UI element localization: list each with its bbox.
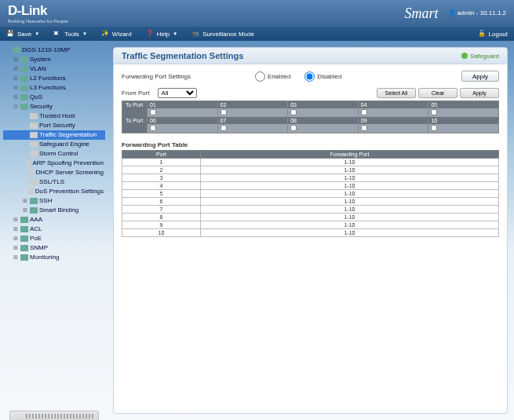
logout-button[interactable]: 🔓Logout	[478, 30, 508, 38]
table-row: 41-10	[122, 182, 499, 190]
cell-fwd: 1-10	[201, 229, 499, 237]
tree-item-l2-functions[interactable]: ⊞L2 Functions	[3, 74, 105, 83]
port-checkbox-04[interactable]	[361, 109, 367, 115]
port-checkbox-10[interactable]	[431, 125, 437, 131]
table-row: 21-10	[122, 166, 499, 174]
table-row: 11-10	[122, 159, 499, 166]
tree-item-ssl-tls[interactable]: SSL/TLS	[3, 177, 105, 187]
expand-icon[interactable]: ⊞	[13, 234, 19, 243]
tree-label: Traffic Segmentation	[39, 130, 97, 140]
tree-item-traffic-segmentation[interactable]: Traffic Segmentation	[3, 130, 105, 140]
surveillance-button[interactable]: 📹Surveillance Mode	[191, 30, 254, 38]
port-header-10: 10	[428, 117, 498, 124]
tree-item-port-security[interactable]: Port Security	[3, 121, 105, 130]
cell-fwd: 1-10	[201, 159, 499, 166]
expand-icon[interactable]: ⊞	[13, 64, 19, 74]
port-checkbox-09[interactable]	[361, 125, 367, 131]
tree-device[interactable]: DGS-1210-10MP	[3, 46, 105, 55]
tree-label: Storm Control	[39, 149, 78, 159]
tree-item-aaa[interactable]: ⊞AAA	[3, 215, 105, 225]
folder-icon	[30, 207, 38, 214]
tree-item-arp-spoofing-prevention[interactable]: ARP Spoofing Prevention	[3, 159, 105, 168]
table-row: 61-10	[122, 198, 499, 206]
panel-header: Traffic Segmentation Settings Safeguard	[114, 48, 507, 64]
page-icon	[27, 160, 31, 166]
tree-label: Security	[30, 102, 53, 111]
clear-button[interactable]: Clear	[418, 88, 457, 98]
port-checkbox-07[interactable]	[221, 125, 227, 131]
expand-icon[interactable]: ⊞	[22, 196, 28, 206]
port-checkbox-05[interactable]	[431, 109, 437, 115]
tree-item-monitoring[interactable]: ⊞Monitoring	[3, 253, 105, 262]
tools-menu[interactable]: ✖Tools▼	[53, 30, 87, 38]
folder-icon	[20, 236, 28, 242]
tree-label: Smart Binding	[39, 206, 78, 215]
cell-port: 5	[122, 190, 201, 198]
tree-item-ssh[interactable]: ⊞SSH	[3, 196, 105, 206]
from-port-label: From Port	[122, 89, 150, 97]
port-checkbox-02[interactable]	[221, 109, 227, 115]
apply-ports-button[interactable]: Apply	[460, 88, 499, 98]
col-fwd: Forwarding Port	[201, 151, 499, 159]
tree-item-dhcp-server-screening[interactable]: DHCP Server Screening	[3, 168, 105, 177]
tree-label: Trusted Host	[39, 111, 75, 121]
expand-icon[interactable]: ⊞	[13, 253, 19, 262]
brand-name: D-Link	[8, 3, 68, 19]
expand-icon[interactable]: ⊞	[13, 215, 19, 225]
expand-icon[interactable]: ⊞	[22, 206, 28, 215]
cell-fwd: 1-10	[201, 206, 499, 214]
expand-icon[interactable]: ⊞	[13, 225, 19, 234]
page-title: Traffic Segmentation Settings	[122, 51, 243, 60]
tree-item-poe[interactable]: ⊞PoE	[3, 234, 105, 243]
tree-label: ARP Spoofing Prevention	[32, 159, 104, 168]
port-checkbox-01[interactable]	[150, 109, 156, 115]
folder-icon	[20, 254, 28, 261]
tree-label: SSL/TLS	[39, 177, 64, 187]
tree-item-snmp[interactable]: ⊞SNMP	[3, 243, 105, 253]
from-port-select[interactable]: All	[158, 88, 197, 98]
folder-icon	[20, 226, 28, 232]
tree-label: System	[30, 55, 51, 64]
help-menu[interactable]: ❓Help▼	[146, 30, 177, 38]
tree-item-smart-binding[interactable]: ⊞Smart Binding	[3, 206, 105, 215]
tree-item-security[interactable]: ⊟Security	[3, 102, 105, 111]
tree-item-system[interactable]: ⊞System	[3, 55, 105, 64]
app-header: D-Link Building Networks for People Smar…	[0, 0, 514, 27]
page-icon	[28, 188, 34, 195]
cell-fwd: 1-10	[201, 221, 499, 229]
expand-icon[interactable]: ⊞	[13, 83, 19, 93]
forwarding-port-table: Port Forwarding Port 11-1021-1031-1041-1…	[122, 150, 499, 237]
enabled-radio[interactable]: Enabled	[255, 71, 290, 82]
expand-icon[interactable]: ⊞	[13, 93, 19, 102]
cell-fwd: 1-10	[201, 166, 499, 174]
cell-port: 6	[122, 198, 201, 206]
folder-icon	[20, 94, 28, 100]
port-checkbox-08[interactable]	[290, 125, 297, 131]
cell-fwd: 1-10	[201, 214, 499, 221]
tree-item-vlan[interactable]: ⊞VLAN	[3, 64, 105, 74]
logout-icon: 🔓	[478, 30, 486, 38]
brand-tagline: Building Networks for People	[8, 19, 68, 24]
wizard-icon: ✨	[101, 30, 109, 38]
tree-item-safeguard-engine[interactable]: Safeguard Engine	[3, 140, 105, 149]
tree-item-storm-control[interactable]: Storm Control	[3, 149, 105, 159]
save-menu[interactable]: 💾Save▼	[6, 30, 39, 38]
port-header-03: 03	[288, 101, 359, 108]
tree-item-dos-prevention-settings[interactable]: DoS Prevention Settings	[3, 187, 105, 196]
tree-label: VLAN	[30, 64, 46, 74]
expand-icon[interactable]: ⊞	[13, 243, 19, 253]
port-checkbox-03[interactable]	[290, 109, 297, 115]
expand-icon[interactable]: ⊞	[13, 55, 19, 64]
tree-item-l3-functions[interactable]: ⊞L3 Functions	[3, 83, 105, 93]
tree-item-acl[interactable]: ⊞ACL	[3, 225, 105, 234]
disabled-radio[interactable]: Disabled	[304, 71, 341, 82]
expand-icon[interactable]: ⊟	[13, 102, 19, 111]
tree-item-trusted-host[interactable]: Trusted Host	[3, 111, 105, 121]
expand-icon[interactable]: ⊞	[13, 74, 19, 83]
wizard-button[interactable]: ✨Wizard	[101, 30, 132, 38]
apply-button[interactable]: Apply	[461, 71, 499, 82]
port-checkbox-06[interactable]	[150, 125, 156, 131]
page-icon	[30, 132, 38, 138]
select-all-button[interactable]: Select All	[377, 88, 416, 98]
tree-item-qos[interactable]: ⊞QoS	[3, 93, 105, 102]
